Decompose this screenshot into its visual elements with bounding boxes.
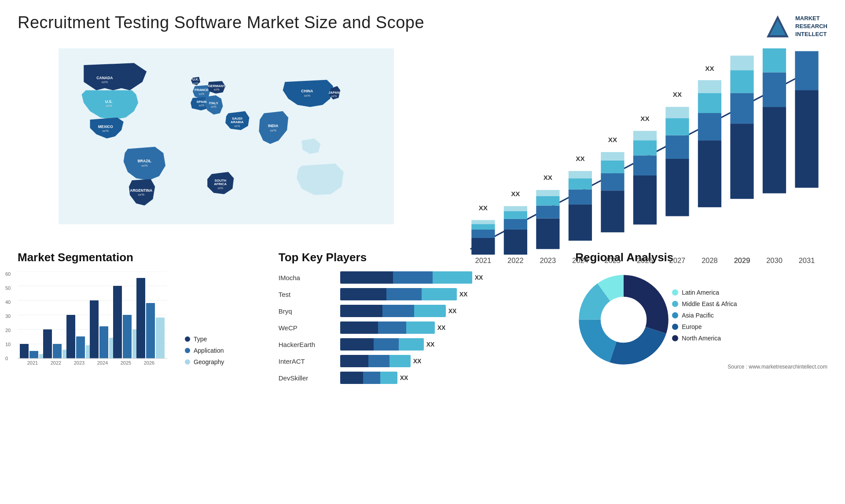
svg-rect-56 — [569, 190, 592, 205]
map-section: CANADA xx% U.S. xx% MEXICO xx% BRAZIL xx… — [18, 48, 435, 233]
player-value-bryq: XX — [448, 307, 457, 314]
player-bar-bryq: XX — [340, 305, 457, 317]
player-bar-wecp: XX — [340, 321, 446, 334]
svg-text:xx%: xx% — [141, 164, 148, 168]
label-europe: Europe — [682, 323, 702, 330]
svg-text:XX: XX — [608, 136, 617, 143]
svg-rect-40 — [471, 220, 495, 224]
player-row-hackerearth: HackerEarth XX — [279, 338, 567, 351]
label-asia-pacific: Asia Pacific — [682, 312, 713, 319]
svg-point-135 — [602, 298, 646, 342]
regional-legend: Latin America Middle East & Africa Asia … — [672, 289, 737, 342]
svg-rect-114 — [90, 300, 99, 358]
svg-rect-109 — [53, 344, 62, 358]
player-name-imocha: IMocha — [279, 274, 336, 281]
svg-text:xx%: xx% — [235, 124, 240, 128]
svg-text:AFRICA: AFRICA — [214, 182, 227, 186]
svg-rect-76 — [665, 107, 689, 118]
svg-rect-121 — [146, 303, 155, 358]
svg-text:XX: XX — [576, 155, 584, 162]
player-value-interact: XX — [413, 358, 422, 365]
player-bar-interact: XX — [340, 355, 422, 367]
svg-text:XX: XX — [640, 115, 649, 122]
svg-text:2023: 2023 — [74, 360, 84, 365]
svg-text:xx%: xx% — [270, 128, 277, 132]
player-name-wecp: WeCP — [279, 324, 336, 332]
svg-rect-118 — [123, 315, 132, 358]
regional-container: Latin America Middle East & Africa Asia … — [575, 271, 827, 359]
player-bar-devskiller: XX — [340, 372, 408, 384]
svg-text:2021: 2021 — [475, 256, 492, 264]
svg-rect-67 — [633, 175, 657, 225]
svg-rect-45 — [504, 211, 527, 219]
svg-rect-37 — [471, 238, 495, 255]
donut-chart — [575, 271, 663, 359]
svg-text:CHINA: CHINA — [301, 89, 313, 93]
svg-text:U.S.: U.S. — [105, 99, 113, 104]
svg-rect-52 — [536, 190, 559, 196]
player-value-wecp: XX — [437, 324, 446, 331]
svg-rect-46 — [504, 206, 527, 211]
bar-chart-section: XX 2021 XX 2022 XX 2023 — [448, 48, 827, 233]
svg-rect-81 — [698, 93, 721, 113]
svg-text:2030: 2030 — [766, 256, 783, 264]
svg-text:ARABIA: ARABIA — [231, 120, 244, 124]
legend-label-geography: Geography — [194, 358, 224, 365]
svg-rect-49 — [536, 219, 559, 249]
page-header: Recruitment Testing Software Market Size… — [18, 13, 827, 40]
legend-middle-east: Middle East & Africa — [672, 300, 737, 307]
player-value-devskiller: XX — [400, 374, 408, 381]
legend-asia-pacific: Asia Pacific — [672, 312, 737, 319]
svg-text:2027: 2027 — [669, 256, 686, 264]
y-label-20: 20 — [5, 328, 11, 333]
legend-dot-geography — [185, 359, 190, 365]
dot-europe — [672, 324, 678, 330]
svg-rect-108 — [43, 329, 52, 358]
world-map: CANADA xx% U.S. xx% MEXICO xx% BRAZIL xx… — [18, 48, 435, 224]
player-row-wecp: WeCP XX — [279, 321, 567, 334]
label-latin-america: Latin America — [682, 289, 719, 296]
player-name-test: Test — [279, 291, 336, 298]
player-row-test: Test XX — [279, 288, 567, 300]
svg-text:ITALY: ITALY — [209, 101, 218, 105]
svg-text:2029: 2029 — [734, 256, 750, 264]
svg-text:xx%: xx% — [217, 186, 223, 190]
svg-rect-90 — [763, 107, 786, 193]
logo: MARKET RESEARCH INTELLECT — [764, 13, 827, 40]
svg-rect-75 — [665, 118, 689, 135]
svg-text:2022: 2022 — [51, 360, 61, 365]
svg-text:XX: XX — [511, 190, 520, 197]
svg-text:xx%: xx% — [199, 104, 205, 107]
svg-rect-80 — [698, 113, 721, 140]
svg-text:2024: 2024 — [572, 256, 588, 264]
dot-latin-america — [672, 289, 678, 296]
svg-rect-57 — [569, 178, 592, 189]
svg-rect-106 — [29, 351, 38, 358]
svg-text:CANADA: CANADA — [96, 76, 113, 80]
svg-rect-64 — [601, 152, 624, 161]
player-name-interact: InterACT — [279, 358, 336, 365]
page-title: Recruitment Testing Software Market Size… — [18, 13, 424, 32]
y-label-10: 10 — [5, 342, 11, 347]
svg-rect-38 — [471, 230, 495, 238]
svg-rect-105 — [20, 344, 29, 358]
y-label-40: 40 — [5, 299, 11, 305]
player-name-bryq: Bryq — [279, 307, 336, 315]
svg-text:xx%: xx% — [304, 94, 311, 98]
legend-geography: Geography — [185, 358, 224, 365]
player-bar-hackerearth: XX — [340, 338, 435, 351]
svg-text:xx%: xx% — [199, 92, 205, 95]
svg-text:FRANCE: FRANCE — [195, 88, 209, 92]
player-value-test: XX — [459, 291, 468, 298]
svg-rect-39 — [471, 224, 495, 230]
svg-text:XX: XX — [479, 204, 488, 212]
label-north-america: North America — [682, 335, 721, 342]
segmentation-section: Market Segmentation 60 50 40 30 20 10 0 — [18, 251, 270, 384]
svg-text:2026: 2026 — [637, 256, 653, 264]
svg-text:SPAIN: SPAIN — [197, 100, 207, 104]
svg-text:xx%: xx% — [102, 80, 108, 84]
y-label-30: 30 — [5, 314, 11, 319]
legend-type: Type — [185, 336, 224, 343]
svg-rect-61 — [601, 190, 624, 232]
svg-text:XX: XX — [705, 65, 714, 72]
